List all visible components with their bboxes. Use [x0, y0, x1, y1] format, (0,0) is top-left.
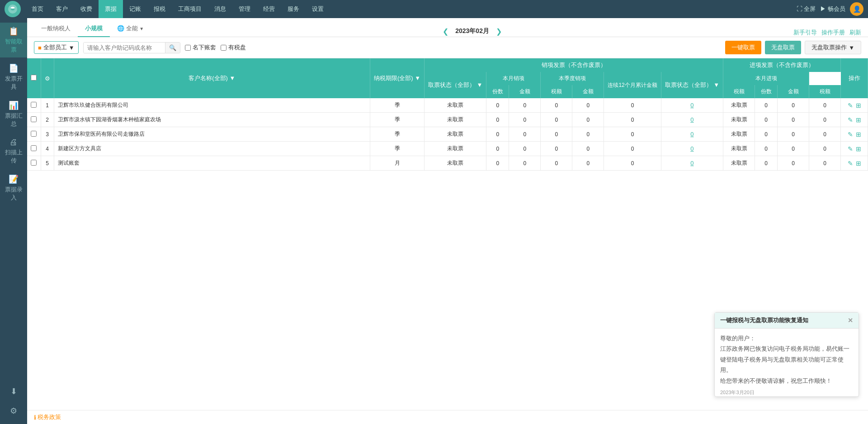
- search-wrap: 🔍: [83, 42, 180, 53]
- edit-icon[interactable]: ✎: [848, 102, 853, 109]
- vip-btn[interactable]: ▶ 畅会员: [820, 5, 845, 13]
- invoice-table: ⚙ 客户名称(全部) ▼ 纳税期限(全部) ▼ 销项发票（不含作废票） 进项发票…: [27, 58, 868, 171]
- nav-billing[interactable]: 收费: [74, 0, 99, 18]
- th-sales-status[interactable]: 取票状态（全部） ▼: [425, 72, 486, 98]
- sidebar-item-download[interactable]: ⬇: [0, 383, 27, 400]
- edit-icon[interactable]: ✎: [848, 160, 853, 167]
- row-checkbox[interactable]: [31, 102, 37, 108]
- diskless-fetch-button[interactable]: 无盘取票: [765, 41, 801, 54]
- edit-icon[interactable]: ✎: [848, 145, 853, 152]
- row-purchase-amount: 0: [778, 98, 809, 113]
- nav-home[interactable]: 首页: [25, 0, 50, 18]
- edit-icon[interactable]: ✎: [848, 131, 853, 138]
- nav-message[interactable]: 消息: [208, 0, 232, 18]
- manual-link[interactable]: 操作手册: [821, 29, 845, 37]
- th-cumulative: 连续12个月累计金额: [604, 72, 661, 98]
- search-button[interactable]: 🔍: [165, 43, 180, 53]
- nav-manage[interactable]: 管理: [232, 0, 257, 18]
- nav-bookkeeping[interactable]: 记账: [123, 0, 147, 18]
- th-purchase-status[interactable]: 取票状态（全部） ▼: [661, 72, 723, 98]
- th-quarterly-amount: 金额: [572, 85, 604, 98]
- row-customer-name: 测试账套: [54, 156, 370, 171]
- filter-row: ■ 全部员工 ▼ 🔍 名下账套 有税盘 一键取票 无盘取票 无盘取票操作: [27, 37, 868, 58]
- edit-icon[interactable]: ✎: [848, 116, 853, 124]
- sidebar-item-summary[interactable]: 📊 票据汇总: [0, 97, 27, 132]
- row-sales-tax: 0: [541, 113, 572, 127]
- row-sales-copies: 0: [486, 142, 509, 156]
- tab-all-icon: 🌐: [117, 25, 126, 32]
- view-icon[interactable]: ⊞: [856, 160, 861, 167]
- notification-header: 一键报税与无盘取票功能恢复通知 ✕: [715, 313, 859, 329]
- row-period: 季: [370, 113, 425, 127]
- row-checkbox[interactable]: [31, 116, 37, 122]
- row-sales-tax: 0: [541, 98, 572, 113]
- row-purchase-status: 未取票: [723, 156, 755, 171]
- row-purchase-amount: 0: [778, 156, 809, 171]
- row-quarterly-amount: 0: [572, 156, 604, 171]
- th-sales-tax: 税额: [541, 85, 572, 98]
- tab-all[interactable]: 🌐 全能 ▼: [110, 21, 151, 37]
- notification-close-button[interactable]: ✕: [848, 317, 853, 324]
- tax-disk-filter[interactable]: 有税盘: [221, 43, 246, 52]
- row-purchase-amount: 0: [778, 142, 809, 156]
- fullscreen-btn[interactable]: ⛶ 全屏: [797, 5, 816, 13]
- sidebar-bottom: ⬇ ⚙: [0, 383, 27, 424]
- tab-general-taxpayer[interactable]: 一般纳税人: [34, 21, 78, 37]
- nav-tax[interactable]: 报税: [147, 0, 172, 18]
- row-sales-tax: 0: [541, 156, 572, 171]
- row-checkbox[interactable]: [31, 145, 37, 151]
- sidebar-label-summary: 票据汇总: [2, 112, 25, 128]
- my-account-checkbox[interactable]: [185, 45, 191, 51]
- row-sales-tax: 0: [541, 142, 572, 156]
- th-customer-name[interactable]: 客户名称(全部) ▼: [54, 58, 370, 98]
- row-purchase-tax: 0: [809, 98, 841, 113]
- smart-invoice-icon: 📋: [9, 26, 19, 36]
- nav-business[interactable]: 工商项目: [172, 0, 208, 18]
- table-row: 5 测试账套 月 未取票 0 0 0 0 0 0 未取票 0 0 0 ✎ ⊞: [27, 156, 868, 171]
- row-sales-status: 未取票: [425, 142, 486, 156]
- nav-invoice[interactable]: 票据: [99, 0, 123, 18]
- row-cumulative-amount: 0: [661, 156, 723, 171]
- nav-settings[interactable]: 设置: [306, 0, 330, 18]
- employee-filter-dropdown-icon: ▼: [69, 44, 75, 51]
- newbie-guide-link[interactable]: 新手引导: [793, 29, 817, 37]
- sidebar-item-scan[interactable]: 🖨 扫描上传: [0, 134, 27, 168]
- row-checkbox[interactable]: [31, 131, 37, 137]
- select-all-checkbox[interactable]: [31, 75, 37, 81]
- my-account-filter[interactable]: 名下账套: [185, 43, 216, 52]
- view-icon[interactable]: ⊞: [856, 145, 861, 152]
- diskless-fetch-ops-button[interactable]: 无盘取票操作 ▼: [805, 41, 861, 54]
- search-input[interactable]: [84, 43, 165, 53]
- sidebar-item-settings[interactable]: ⚙: [0, 402, 27, 419]
- row-index: 1: [41, 98, 54, 113]
- refresh-link[interactable]: 刷新: [849, 29, 861, 37]
- row-checkbox[interactable]: [31, 160, 37, 166]
- th-purchase-group: 进项发票（不含作废票）: [723, 58, 841, 72]
- tax-policy-link[interactable]: ℹ 税务政策: [34, 413, 61, 421]
- user-avatar[interactable]: 👤: [850, 2, 863, 16]
- period-prev-button[interactable]: ❮: [440, 26, 451, 37]
- view-icon[interactable]: ⊞: [856, 131, 861, 138]
- tab-small-scale[interactable]: 小规模: [78, 21, 110, 37]
- nav-service[interactable]: 服务: [281, 0, 306, 18]
- header-right-actions: 新手引导 操作手册 刷新: [793, 29, 861, 37]
- row-actions: ✎ ⊞: [841, 142, 868, 156]
- th-purchase-tax: 税额: [809, 85, 841, 98]
- th-tax-period[interactable]: 纳税期限(全部) ▼: [370, 58, 425, 98]
- row-sales-copies: 0: [486, 98, 509, 113]
- sidebar-item-issue-invoice[interactable]: 📄 发票开具: [0, 60, 27, 95]
- nav-customer[interactable]: 客户: [50, 0, 74, 18]
- view-icon[interactable]: ⊞: [856, 102, 861, 109]
- th-sales-amount: 金额: [509, 85, 541, 98]
- period-next-button[interactable]: ❯: [494, 26, 505, 37]
- sidebar-item-entry[interactable]: 📝 票据录入: [0, 171, 27, 205]
- employee-filter[interactable]: ■ 全部员工 ▼: [34, 41, 79, 54]
- row-sales-status: 未取票: [425, 156, 486, 171]
- nav-operation[interactable]: 经营: [257, 0, 281, 18]
- row-index: 2: [41, 113, 54, 127]
- sidebar-item-smart-invoice[interactable]: 📋 智能取票: [0, 23, 27, 57]
- one-click-fetch-button[interactable]: 一键取票: [725, 41, 761, 54]
- row-quarterly-tax: 0: [604, 98, 661, 113]
- tax-disk-checkbox[interactable]: [221, 45, 226, 51]
- view-icon[interactable]: ⊞: [856, 116, 861, 124]
